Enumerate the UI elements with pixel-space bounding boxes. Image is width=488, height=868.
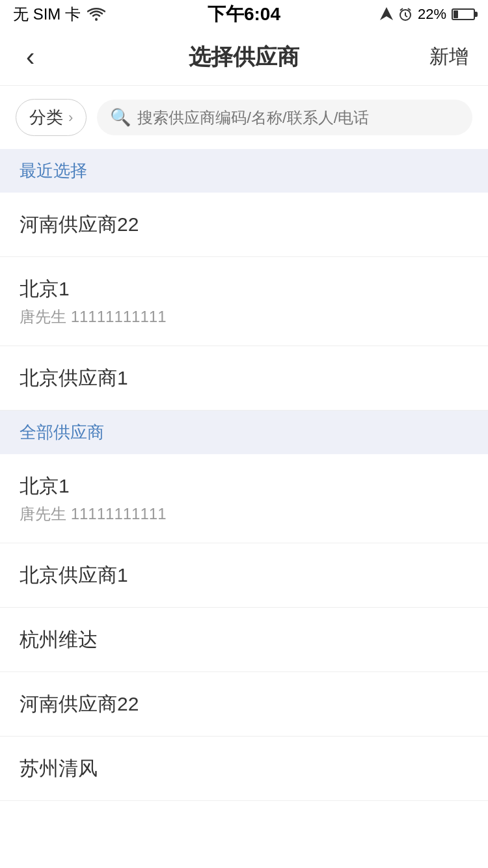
svg-line-4 bbox=[405, 16, 407, 17]
nav-title: 选择供应商 bbox=[189, 42, 299, 72]
search-icon: 🔍 bbox=[110, 107, 131, 128]
recent-list: 河南供应商22 北京1 唐先生 11111111111北京供应商1 bbox=[0, 193, 488, 411]
item-name: 北京1 bbox=[20, 275, 468, 303]
carrier-text: 无 SIM 卡 bbox=[13, 4, 81, 25]
new-button[interactable]: 新增 bbox=[429, 44, 468, 70]
all-section-label: 全部供应商 bbox=[20, 422, 104, 442]
item-name: 北京供应商1 bbox=[20, 364, 468, 392]
recent-section-label: 最近选择 bbox=[20, 161, 87, 180]
item-name: 河南供应商22 bbox=[20, 690, 468, 718]
search-input[interactable] bbox=[137, 109, 459, 127]
battery-text: 22% bbox=[418, 6, 446, 23]
all-list: 北京1 唐先生 11111111111北京供应商1 杭州维达 河南供应商22 苏… bbox=[0, 454, 488, 801]
list-item[interactable]: 北京1 唐先生 11111111111 bbox=[0, 454, 488, 543]
category-label: 分类 bbox=[29, 106, 63, 129]
item-contact: 唐先生 11111111111 bbox=[20, 504, 468, 524]
wifi-icon bbox=[87, 7, 105, 21]
battery-icon bbox=[452, 8, 475, 20]
item-name: 河南供应商22 bbox=[20, 211, 468, 238]
chevron-right-icon: › bbox=[68, 109, 73, 126]
item-name: 北京1 bbox=[20, 472, 468, 500]
alarm-icon bbox=[398, 7, 413, 21]
status-carrier: 无 SIM 卡 bbox=[13, 4, 105, 25]
list-item[interactable]: 河南供应商22 bbox=[0, 672, 488, 737]
list-item[interactable]: 北京供应商1 bbox=[0, 346, 488, 411]
item-name: 苏州清风 bbox=[20, 755, 468, 782]
all-section-header: 全部供应商 bbox=[0, 411, 488, 454]
recent-section-header: 最近选择 bbox=[0, 149, 488, 193]
list-item[interactable]: 苏州清风 bbox=[0, 737, 488, 801]
svg-point-0 bbox=[95, 18, 98, 21]
location-icon bbox=[380, 7, 393, 21]
item-name: 杭州维达 bbox=[20, 626, 468, 653]
filter-bar: 分类 › 🔍 bbox=[0, 86, 488, 149]
list-item[interactable]: 北京供应商1 bbox=[0, 543, 488, 608]
category-filter[interactable]: 分类 › bbox=[16, 99, 87, 136]
list-item[interactable]: 河南供应商22 bbox=[0, 193, 488, 257]
item-contact: 唐先生 11111111111 bbox=[20, 306, 468, 327]
nav-bar: ‹ 选择供应商 新增 bbox=[0, 29, 488, 86]
list-item[interactable]: 杭州维达 bbox=[0, 608, 488, 672]
search-box[interactable]: 🔍 bbox=[97, 100, 472, 135]
status-right: 22% bbox=[380, 6, 475, 23]
svg-marker-1 bbox=[380, 7, 393, 20]
status-time: 下午6:04 bbox=[208, 2, 280, 27]
list-item[interactable]: 北京1 唐先生 11111111111 bbox=[0, 257, 488, 346]
back-button[interactable]: ‹ bbox=[20, 36, 41, 78]
status-bar: 无 SIM 卡 下午6:04 22% bbox=[0, 0, 488, 29]
item-name: 北京供应商1 bbox=[20, 562, 468, 589]
